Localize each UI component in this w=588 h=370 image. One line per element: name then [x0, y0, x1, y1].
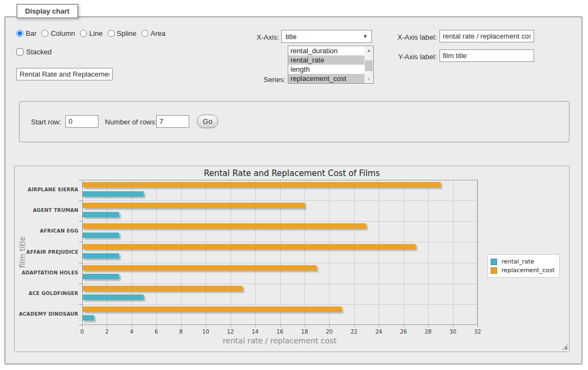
x-tick-label: 26: [395, 329, 412, 335]
x-tick: [107, 325, 107, 327]
legend-swatch-rental_rate: [491, 259, 497, 265]
x-tick: [231, 325, 231, 327]
chart-type-radio-label: Bar: [26, 29, 36, 37]
gridline: [255, 180, 256, 325]
chart-type-radio-line[interactable]: [80, 30, 87, 37]
series-scrollbar[interactable]: ▲ ▼: [364, 46, 373, 83]
bar-rental_rate: [83, 212, 119, 217]
x-tick-label: 4: [123, 329, 140, 335]
x-tick: [280, 325, 281, 327]
go-button[interactable]: Go: [197, 115, 218, 128]
x-tick-label: 24: [370, 329, 387, 335]
chevron-down-icon: ▼: [363, 34, 368, 39]
chart-type-radio-group[interactable]: BarColumnLineSplineArea: [16, 29, 165, 37]
gridline: [156, 180, 157, 325]
x-tick: [354, 325, 355, 327]
x-axis-field-label: X-Axis:: [234, 33, 279, 41]
gridline: [478, 180, 478, 325]
x-axis-selected-value: title: [286, 33, 296, 41]
bar-rental_rate: [83, 191, 144, 197]
start-row-input[interactable]: [65, 115, 98, 128]
series-option-rental_rate[interactable]: rental_rate: [288, 55, 365, 65]
x-axis-label-field-label: X-Axis label:: [389, 33, 437, 41]
bar-replacement_cost: [83, 286, 243, 291]
bar-rental_rate: [83, 274, 119, 279]
y-axis-label-field-label: Y-Axis label:: [389, 53, 437, 61]
resize-grip-icon[interactable]: [562, 344, 567, 350]
x-tick-label: 32: [469, 329, 486, 335]
scrollbar-thumb[interactable]: [365, 60, 373, 71]
x-tick: [329, 325, 330, 327]
chart-type-option-bar[interactable]: Bar: [16, 29, 36, 37]
series-option-replacement_cost[interactable]: replacement_cost: [288, 74, 365, 83]
stacked-label: Stacked: [26, 48, 52, 56]
x-tick: [206, 325, 206, 327]
x-tick-label: 16: [272, 329, 288, 335]
x-tick-label: 18: [296, 329, 313, 335]
y-axis-label-input[interactable]: [440, 49, 534, 62]
chart-type-option-line[interactable]: Line: [80, 29, 103, 37]
x-axis-select[interactable]: title ▼: [281, 30, 372, 43]
number-of-rows-input[interactable]: [156, 115, 189, 128]
x-tick: [428, 325, 429, 327]
x-tick: [453, 325, 454, 327]
x-tick-label: 0: [74, 329, 90, 335]
series-listbox[interactable]: rental_durationrental_ratelengthreplacem…: [288, 46, 374, 84]
category-label: ADAPTATION HOLES: [15, 270, 78, 275]
chart-type-radio-column[interactable]: [41, 30, 48, 37]
gridline: [181, 180, 182, 325]
series-options: rental_durationrental_ratelengthreplacem…: [288, 46, 373, 83]
x-tick: [404, 325, 404, 327]
y-tick: [79, 263, 82, 264]
chart-title: Rental Rate and Replacement Cost of Film…: [15, 168, 569, 178]
category-label: ACADEMY DINOSAUR: [15, 311, 78, 317]
gridline: [82, 304, 478, 305]
chart-type-radio-label: Spline: [117, 29, 137, 37]
gridline: [280, 180, 281, 325]
chart-type-radio-label: Area: [151, 29, 165, 37]
row-range-panel: [19, 101, 570, 142]
x-tick-label: 2: [98, 329, 115, 335]
number-of-rows-label: Number of rows:: [105, 118, 157, 126]
stacked-checkbox[interactable]: [16, 48, 23, 55]
chart-type-option-area[interactable]: Area: [141, 29, 165, 37]
x-tick: [255, 325, 256, 327]
x-tick: [181, 325, 182, 327]
chart-canvas: Rental Rate and Replacement Cost of Film…: [14, 166, 570, 352]
y-tick: [79, 325, 82, 325]
chart-title-input[interactable]: [16, 68, 113, 80]
category-label: AGENT TRUMAN: [15, 208, 78, 213]
gridline: [132, 180, 132, 325]
bar-rental_rate: [83, 315, 94, 321]
scrollbar-up-icon[interactable]: ▲: [364, 46, 373, 54]
bar-replacement_cost: [83, 203, 305, 208]
series-option-length[interactable]: length: [288, 65, 365, 74]
start-row-label: Start row:: [31, 118, 61, 126]
fieldset-legend: Display chart: [16, 4, 78, 18]
bar-replacement_cost: [83, 223, 366, 229]
gridline: [107, 180, 107, 325]
stacked-option[interactable]: Stacked: [16, 48, 52, 56]
x-tick-label: 6: [148, 329, 164, 335]
gridline: [453, 180, 454, 325]
chart-type-option-spline[interactable]: Spline: [108, 29, 137, 37]
gridline: [354, 180, 355, 325]
bar-replacement_cost: [83, 306, 342, 312]
chart-type-radio-spline[interactable]: [108, 30, 115, 37]
chart-type-option-column[interactable]: Column: [41, 29, 75, 37]
legend-swatch-replacement_cost: [491, 267, 497, 274]
gridline: [379, 180, 379, 325]
scrollbar-down-icon[interactable]: ▼: [364, 75, 373, 83]
x-axis-label-input[interactable]: [440, 30, 534, 42]
legend-item: rental_rate: [491, 258, 555, 266]
chart-type-radio-area[interactable]: [141, 30, 148, 37]
series-option-rental_duration[interactable]: rental_duration: [288, 46, 365, 55]
gridline: [404, 180, 404, 325]
chart-type-radio-bar[interactable]: [16, 30, 23, 37]
x-tick: [379, 325, 379, 327]
chart-legend: rental_ratereplacement_cost: [487, 254, 560, 278]
bar-replacement_cost: [83, 244, 416, 249]
y-tick: [79, 180, 82, 180]
gridline: [428, 180, 429, 325]
chart-type-radio-label: Line: [89, 29, 103, 37]
